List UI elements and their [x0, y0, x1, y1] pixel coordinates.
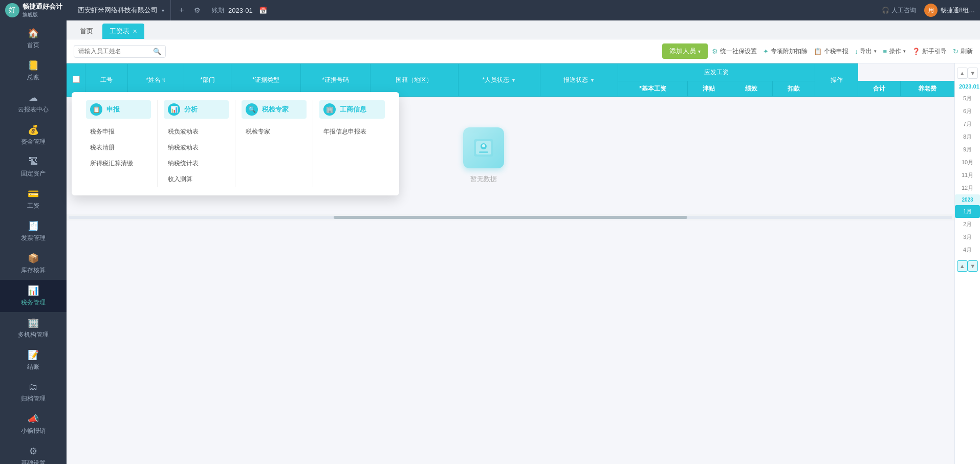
sidebar-label-cloud: 云报表中心	[18, 105, 49, 114]
sidebar-item-archive[interactable]: 🗂 归档管理	[0, 377, 67, 408]
month-3[interactable]: 3月	[955, 231, 980, 244]
panel-up-button[interactable]: ▲	[957, 68, 968, 79]
dropdown-col-analysis: 📊 分析 税负波动表 纳税波动表 纳税统计表 收入测算	[158, 100, 235, 187]
th-status[interactable]: *人员状态 ▼	[458, 64, 540, 97]
tab-salary-label: 工资表	[110, 27, 129, 36]
multi-icon: 🏢	[28, 317, 39, 328]
search-input[interactable]	[78, 48, 150, 55]
tab-close-icon[interactable]: ✕	[133, 28, 137, 35]
month-7[interactable]: 7月	[955, 118, 980, 130]
sidebar-item-ledger[interactable]: 📒 总账	[0, 55, 67, 87]
help-label: 人工咨询	[891, 6, 916, 15]
search-icon: 🔍	[153, 48, 161, 55]
item-tax-form[interactable]: 税表清册	[86, 140, 151, 156]
item-income-calc[interactable]: 收入测算	[164, 171, 229, 187]
add-person-chevron-icon: ▾	[698, 49, 701, 54]
help-button[interactable]: 🎧 人工咨询	[882, 6, 916, 15]
item-annual-tax[interactable]: 所得税汇算清缴	[86, 156, 151, 171]
item-tax-stats[interactable]: 纳税统计表	[164, 156, 229, 171]
sidebar-item-settings[interactable]: ⚙ 基础设置	[0, 440, 67, 464]
tab-salary[interactable]: 工资表 ✕	[102, 24, 144, 39]
salary-icon: 💳	[28, 188, 39, 200]
th-name[interactable]: *姓名 ⇅	[128, 64, 184, 97]
month-11[interactable]: 11月	[955, 169, 980, 182]
month-9[interactable]: 9月	[955, 143, 980, 156]
home-icon: 🏠	[28, 28, 39, 39]
year-2023-label: 2023	[955, 194, 980, 205]
tax-icon: 📊	[28, 285, 39, 296]
refresh-icon: ↻	[953, 48, 959, 55]
calendar-icon[interactable]: 📅	[259, 7, 267, 14]
assets-icon: 🏗	[29, 157, 38, 167]
month-4[interactable]: 4月	[955, 244, 980, 256]
scrollbar-thumb[interactable]	[334, 216, 687, 219]
sidebar-item-closing[interactable]: 📝 结账	[0, 344, 67, 377]
sidebar-item-multi[interactable]: 🏢 多机构管理	[0, 312, 67, 344]
period-value: 2023-01	[228, 7, 253, 14]
panel-down-button[interactable]: ▼	[968, 68, 978, 79]
report-filter-icon[interactable]: ▼	[590, 77, 595, 83]
tax-report-icon: 📋	[814, 48, 822, 55]
main-layout: 🏠 首页 📒 总账 ☁ 云报表中心 💰 资金管理 🏗 固定资产 💳 工资 🧾 发…	[0, 20, 980, 464]
select-all-checkbox[interactable]	[73, 76, 80, 83]
sidebar-item-home[interactable]: 🏠 首页	[0, 23, 67, 55]
deduction-button[interactable]: ✦ 专项附加扣除	[763, 47, 808, 56]
select-all-th[interactable]	[67, 64, 85, 97]
settings-button[interactable]: ⚙	[191, 5, 203, 16]
month-12[interactable]: 12月	[955, 182, 980, 194]
tab-home[interactable]: 首页	[73, 24, 100, 39]
sidebar-item-tax[interactable]: 📊 税务管理	[0, 280, 67, 312]
export-button[interactable]: ↓ 导出 ▾	[855, 47, 877, 56]
month-6[interactable]: 6月	[955, 105, 980, 118]
th-deductions: 扣款	[773, 81, 815, 97]
sidebar-item-expense[interactable]: 📣 小畅报销	[0, 408, 67, 440]
item-tax-burden[interactable]: 税负波动表	[164, 124, 229, 140]
add-person-button[interactable]: 添加人员 ▾	[662, 43, 708, 59]
item-annual-report[interactable]: 年报信息申报表	[319, 124, 385, 140]
item-tax-expert[interactable]: 税检专家	[242, 124, 307, 140]
settings-sidebar-icon: ⚙	[29, 446, 37, 457]
sidebar-label-inventory: 库存核算	[21, 266, 46, 275]
th-id-no: *证据号码	[301, 64, 371, 97]
month-2[interactable]: 2月	[955, 218, 980, 231]
status-filter-icon[interactable]: ▼	[511, 77, 516, 83]
social-security-label: 统一社保设置	[720, 47, 757, 56]
item-tax-wave[interactable]: 纳税波动表	[164, 140, 229, 156]
operation-button[interactable]: ≡ 操作 ▾	[883, 47, 906, 56]
export-chevron-icon: ▾	[874, 49, 877, 54]
panel-bottom-up[interactable]: ▲	[957, 260, 968, 272]
deduction-icon: ✦	[763, 48, 769, 55]
sidebar-item-funds[interactable]: 💰 资金管理	[0, 119, 67, 151]
month-5[interactable]: 5月	[955, 92, 980, 105]
dropdown-menu: 📋 申报 税务申报 税表清册 所得税汇算清缴 📊 分析 税负波动表 纳税波动表 …	[72, 92, 399, 195]
sidebar-item-assets[interactable]: 🏗 固定资产	[0, 151, 67, 183]
user-area[interactable]: 用 畅捷通8组…	[924, 4, 975, 17]
svg-rect-3	[479, 151, 488, 153]
month-1-active[interactable]: 1月	[955, 205, 980, 218]
sidebar-item-cloud[interactable]: ☁ 云报表中心	[0, 87, 67, 119]
header-actions: + ⚙ 账期 2023-01 📅	[171, 5, 272, 16]
archive-icon: 🗂	[29, 382, 38, 392]
sidebar-item-invoice[interactable]: 🧾 发票管理	[0, 215, 67, 248]
toolbar: 🔍 添加人员 ▾ ⚙ 统一社保设置 ✦ 专项附加扣除 📋 个税申报	[67, 39, 980, 63]
guide-button[interactable]: ❓ 新手引导	[912, 47, 947, 56]
sidebar-item-inventory[interactable]: 📦 库存核算	[0, 248, 67, 280]
sidebar-item-salary[interactable]: 💳 工资	[0, 183, 67, 215]
month-10[interactable]: 10月	[955, 156, 980, 169]
table-scrollbar[interactable]	[67, 214, 954, 220]
company-selector[interactable]: 西安虾米网络科技有限公司 ▾	[72, 0, 171, 20]
panel-bottom-down[interactable]: ▼	[968, 260, 978, 272]
shenb-title: 申报	[106, 105, 120, 114]
th-report-status[interactable]: 报送状态 ▼	[540, 64, 618, 97]
sidebar-label-salary: 工资	[27, 202, 39, 210]
th-name-sort: *姓名 ⇅	[146, 76, 166, 84]
add-company-button[interactable]: +	[176, 5, 187, 16]
tax-report-button[interactable]: 📋 个税申报	[814, 47, 848, 56]
sidebar-label-home: 首页	[27, 41, 39, 50]
refresh-button[interactable]: ↻ 刷新	[953, 47, 973, 56]
item-tax-filing[interactable]: 税务申报	[86, 124, 151, 140]
expense-icon: 📣	[28, 413, 39, 425]
social-security-button[interactable]: ⚙ 统一社保设置	[712, 47, 757, 56]
month-8[interactable]: 8月	[955, 130, 980, 143]
add-person-label: 添加人员	[669, 47, 696, 56]
